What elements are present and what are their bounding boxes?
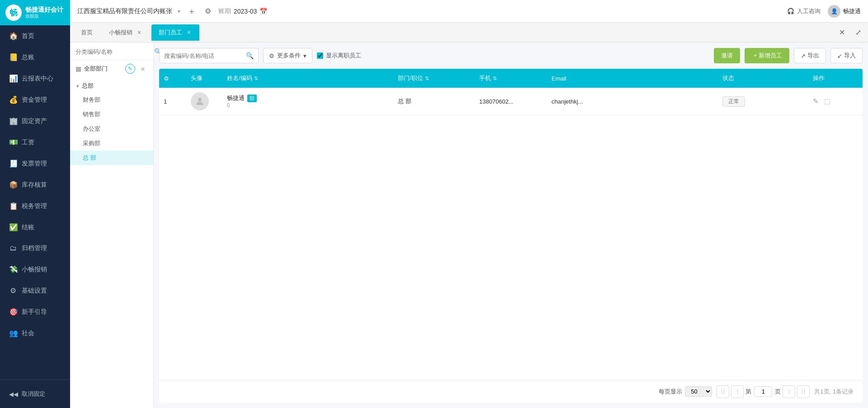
sidebar-item-archive[interactable]: 🗂 归档管理 <box>0 238 70 259</box>
sidebar-item-label: 基础设置 <box>22 287 47 295</box>
th-name-sort-icon[interactable]: ⇅ <box>254 76 258 81</box>
filter-arrow-icon: ▾ <box>303 52 307 59</box>
company-name[interactable]: 江西服宝精品有限责任公司内账张 <box>77 7 172 15</box>
page-size-select[interactable]: 10 20 50 100 <box>685 386 712 397</box>
th-actions: 操作 <box>808 69 863 88</box>
th-dept[interactable]: 部门/职位 ⇅ <box>393 69 475 88</box>
page-number-input[interactable] <box>754 386 772 397</box>
th-name[interactable]: 姓名/编码 ⇅ <box>222 69 393 88</box>
employee-search-box: 🔍 <box>159 48 259 63</box>
tab-dept-close[interactable]: ✕ <box>186 29 192 36</box>
edit-button[interactable]: ✎ <box>813 97 819 105</box>
main-area: 江西服宝精品有限责任公司内账张 ▾ ＋ ⚙ 账期 2023-03 📅 🎧 人工咨… <box>70 0 868 408</box>
sidebar-item-assets[interactable]: 🏢 固定资产 <box>0 110 70 132</box>
show-resigned-label[interactable]: 显示离职员工 <box>317 52 361 60</box>
search-icon[interactable]: 🔍 <box>246 52 254 59</box>
td-avatar <box>186 88 222 115</box>
table-row: 1 <box>159 88 863 115</box>
sidebar-logo[interactable]: 畅 畅捷通好会计 旗舰版 <box>0 0 70 25</box>
settings-button[interactable]: ⚙ <box>203 7 213 15</box>
sidebar-item-checkout[interactable]: ✅ 结账 <box>0 217 70 238</box>
invite-button[interactable]: 邀请 <box>714 48 740 63</box>
topbar: 江西服宝精品有限责任公司内账张 ▾ ＋ ⚙ 账期 2023-03 📅 🎧 人工咨… <box>70 0 868 23</box>
dept-group-headquarters[interactable]: ▼ 总部 <box>70 79 153 93</box>
employee-search-input[interactable] <box>164 52 243 59</box>
username: 畅捷通 <box>843 7 861 15</box>
dept-item-finance[interactable]: 财务部 <box>70 93 153 107</box>
sidebar-item-home[interactable]: 🏠 首页 <box>0 25 70 47</box>
ledger-icon: 📒 <box>9 53 17 62</box>
page-next-button[interactable]: ⟩ <box>783 385 795 398</box>
invoice-icon: 🧾 <box>9 159 17 168</box>
sidebar-item-salary[interactable]: 💵 工资 <box>0 132 70 153</box>
dept-item-sales[interactable]: 销售部 <box>70 107 153 122</box>
add-employee-button[interactable]: + 新增员工 <box>745 48 789 63</box>
import-button[interactable]: ↙ 导入 <box>830 48 863 63</box>
sidebar-item-tax[interactable]: 📋 税务管理 <box>0 195 70 217</box>
more-filter-button[interactable]: ⚙ 更多条件 ▾ <box>263 48 312 63</box>
dept-edit-button[interactable]: ✎ <box>125 64 135 74</box>
add-company-button[interactable]: ＋ <box>186 6 198 17</box>
page-content: 🔍 ▦ 全部部门 ✎ « ▼ 总部 财务部 销售部 办公室 采购部 总 部 <box>70 43 868 408</box>
th-settings[interactable]: ⚙ <box>159 69 186 88</box>
page-nav: ⟨⟨ ⟨ 第 页 ⟩ ⟩⟩ <box>717 385 810 398</box>
tab-expand-button[interactable]: ⤢ <box>852 26 864 39</box>
th-phone[interactable]: 手机 ⇅ <box>475 69 547 88</box>
sidebar-item-expense[interactable]: 💸 小畅报销 <box>0 259 70 280</box>
sidebar-item-inventory[interactable]: 📦 库存核算 <box>0 174 70 195</box>
employee-table: ⚙ 头像 姓名/编码 ⇅ 部门/职位 ⇅ 手机 ⇅ <box>159 69 863 403</box>
pin-button[interactable]: ◀◀ 取消固定 <box>0 385 70 403</box>
sidebar-item-funds[interactable]: 💰 资金管理 <box>0 89 70 110</box>
sidebar-item-settings[interactable]: ⚙ 基础设置 <box>0 280 70 301</box>
delete-button[interactable]: ⬚ <box>824 97 830 105</box>
company-dropdown-icon[interactable]: ▾ <box>178 8 180 14</box>
th-dept-label: 部门/职位 <box>398 74 423 82</box>
reports-icon: 📊 <box>9 74 17 83</box>
dept-item-general[interactable]: 总 部 <box>70 151 153 165</box>
dept-all-row[interactable]: ▦ 全部部门 ✎ « <box>70 60 153 77</box>
page-label: 页 <box>775 388 781 396</box>
td-index: 1 <box>159 94 186 109</box>
tab-expense-close[interactable]: ✕ <box>136 29 142 36</box>
tab-home[interactable]: 首页 <box>74 24 100 41</box>
dept-item-office[interactable]: 办公室 <box>70 122 153 136</box>
sidebar-item-reports[interactable]: 📊 云报表中心 <box>0 68 70 89</box>
dept-item-purchase[interactable]: 采购部 <box>70 136 153 151</box>
headphone-icon: 🎧 <box>787 8 794 14</box>
th-phone-sort-icon[interactable]: ⇅ <box>493 76 497 81</box>
archive-icon: 🗂 <box>9 244 17 252</box>
assets-icon: 🏢 <box>9 117 17 125</box>
sidebar-item-label: 云报表中心 <box>22 75 53 83</box>
user-menu[interactable]: 👤 畅捷通 <box>828 5 861 18</box>
settings-icon: ⚙ <box>9 286 17 295</box>
th-dept-sort-icon[interactable]: ⇅ <box>425 76 429 81</box>
sidebar-item-label: 首页 <box>22 32 34 40</box>
employee-phone: 138070602... <box>479 98 514 105</box>
page-first-button[interactable]: ⟨⟨ <box>717 385 729 398</box>
sidebar-item-social[interactable]: 👥 社会 <box>0 323 70 344</box>
show-resigned-checkbox[interactable] <box>317 52 323 59</box>
employee-email: chanjethkj... <box>552 98 583 105</box>
employee-name-block: 畅捷通 部 0 <box>227 94 257 109</box>
sidebar-item-guide[interactable]: 🎯 新手引导 <box>0 301 70 323</box>
sidebar-item-invoice[interactable]: 🧾 发票管理 <box>0 153 70 174</box>
pin-icon: ◀◀ <box>9 391 18 398</box>
import-icon: ↙ <box>837 52 842 59</box>
expense-icon: 💸 <box>9 265 17 274</box>
tab-expense[interactable]: 小畅报销 ✕ <box>102 24 150 41</box>
page-last-button[interactable]: ⟩⟩ <box>797 385 810 398</box>
calendar-icon[interactable]: 📅 <box>259 8 267 15</box>
tab-close-all-button[interactable]: ✕ <box>835 26 848 39</box>
topbar-right: 🎧 人工咨询 👤 畅捷通 <box>787 5 861 18</box>
svg-point-0 <box>198 98 202 101</box>
support-button[interactable]: 🎧 人工咨询 <box>787 7 821 15</box>
dept-search-input[interactable] <box>75 48 151 55</box>
sidebar-item-label: 税务管理 <box>22 202 47 210</box>
dept-collapse-button[interactable]: « <box>138 64 148 74</box>
period-value[interactable]: 2023-03 <box>234 8 257 15</box>
export-button[interactable]: ↗ 导出 <box>794 48 826 63</box>
page-prev-button[interactable]: ⟨ <box>731 385 744 398</box>
export-label: 导出 <box>807 52 819 60</box>
sidebar-item-ledger[interactable]: 📒 总账 <box>0 47 70 68</box>
tab-dept-employee[interactable]: 部门员工 ✕ <box>151 24 199 41</box>
